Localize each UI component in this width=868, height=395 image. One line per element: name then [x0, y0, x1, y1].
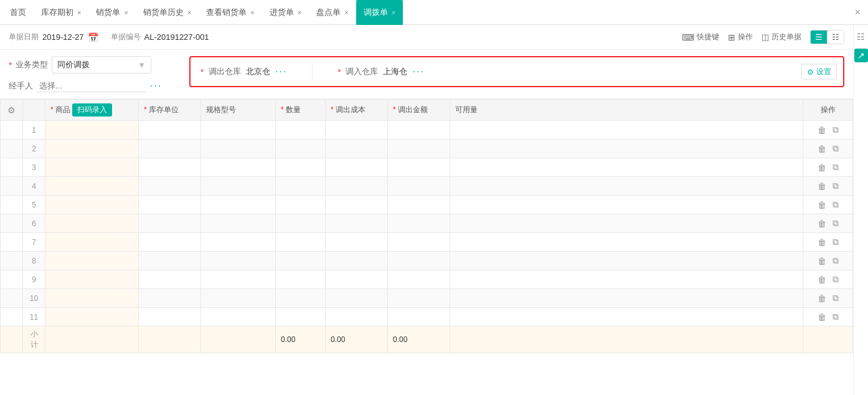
row-cost[interactable]: [326, 308, 388, 326]
row-amount[interactable]: [388, 289, 450, 308]
close-tab-sales-order[interactable]: ×: [124, 9, 128, 16]
row-cost[interactable]: [326, 196, 388, 214]
row-goods[interactable]: [45, 270, 139, 289]
row-amount[interactable]: [388, 214, 450, 233]
row-goods[interactable]: [45, 196, 139, 214]
row-unit[interactable]: [139, 158, 201, 177]
row-unit[interactable]: [139, 270, 201, 289]
close-tab-inventory-init[interactable]: ×: [77, 9, 81, 16]
tab-inventory-init[interactable]: 库存期初 ×: [34, 0, 88, 25]
row-spec[interactable]: [201, 140, 276, 158]
row-unit[interactable]: [139, 140, 201, 158]
tab-transfer[interactable]: 调拨单 ×: [356, 0, 403, 25]
row-cost[interactable]: [326, 158, 388, 177]
delete-row-btn[interactable]: 🗑: [816, 199, 828, 211]
row-amount[interactable]: [388, 121, 450, 140]
row-spec[interactable]: [201, 214, 276, 233]
row-unit[interactable]: [139, 177, 201, 196]
delete-row-btn[interactable]: 🗑: [816, 161, 828, 174]
delete-row-btn[interactable]: 🗑: [816, 274, 828, 286]
row-qty[interactable]: [276, 121, 326, 140]
tab-sales-order[interactable]: 销货单 ×: [88, 0, 135, 25]
row-amount[interactable]: [388, 270, 450, 289]
row-unit[interactable]: [139, 233, 201, 252]
sidebar-export-icon[interactable]: ↗: [854, 49, 868, 62]
tab-stocktake[interactable]: 盘点单 ×: [309, 0, 356, 25]
warehouse-settings-btn[interactable]: ⚙ 设置: [801, 64, 837, 80]
wh-out-more-btn[interactable]: ···: [275, 66, 287, 77]
row-spec[interactable]: [201, 177, 276, 196]
row-amount[interactable]: [388, 196, 450, 214]
business-type-select[interactable]: 同价调拨 ▼: [52, 56, 151, 74]
history-docs-btn[interactable]: ◫ 历史单据: [762, 32, 801, 42]
copy-row-btn[interactable]: ⧉: [831, 217, 840, 230]
row-qty[interactable]: [276, 308, 326, 326]
delete-row-btn[interactable]: 🗑: [816, 124, 828, 136]
row-goods[interactable]: [45, 308, 139, 326]
row-qty[interactable]: [276, 214, 326, 233]
layout-grid-btn[interactable]: ☷: [827, 31, 844, 44]
copy-row-btn[interactable]: ⧉: [831, 292, 840, 305]
copy-row-btn[interactable]: ⧉: [831, 198, 840, 211]
copy-row-btn[interactable]: ⧉: [831, 236, 840, 249]
row-cost[interactable]: [326, 121, 388, 140]
operations-btn[interactable]: ⊞ 操作: [728, 32, 753, 42]
row-amount[interactable]: [388, 177, 450, 196]
copy-row-btn[interactable]: ⧉: [831, 310, 840, 323]
delete-row-btn[interactable]: 🗑: [816, 236, 828, 249]
row-spec[interactable]: [201, 233, 276, 252]
close-tab-stocktake[interactable]: ×: [344, 9, 348, 16]
handler-input[interactable]: [37, 80, 146, 92]
row-qty[interactable]: [276, 233, 326, 252]
row-spec[interactable]: [201, 270, 276, 289]
row-cost[interactable]: [326, 289, 388, 308]
row-qty[interactable]: [276, 289, 326, 308]
handler-more-btn[interactable]: ···: [150, 80, 162, 92]
row-unit[interactable]: [139, 308, 201, 326]
sidebar-doc-icon[interactable]: ☷: [854, 30, 868, 44]
row-spec[interactable]: [201, 308, 276, 326]
row-cost[interactable]: [326, 252, 388, 270]
row-cost[interactable]: [326, 214, 388, 233]
row-cost[interactable]: [326, 140, 388, 158]
row-qty[interactable]: [276, 158, 326, 177]
row-spec[interactable]: [201, 158, 276, 177]
copy-row-btn[interactable]: ⧉: [831, 161, 840, 174]
delete-row-btn[interactable]: 🗑: [816, 180, 828, 193]
tab-sales-history[interactable]: 销货单历史 ×: [136, 0, 199, 25]
delete-row-btn[interactable]: 🗑: [816, 143, 828, 155]
row-qty[interactable]: [276, 140, 326, 158]
row-spec[interactable]: [201, 196, 276, 214]
tab-view-sales[interactable]: 查看销货单 ×: [199, 0, 262, 25]
layout-list-btn[interactable]: ☰: [811, 31, 827, 44]
row-goods[interactable]: [45, 252, 139, 270]
tab-home[interactable]: 首页: [2, 0, 34, 25]
row-spec[interactable]: [201, 252, 276, 270]
row-unit[interactable]: [139, 252, 201, 270]
delete-row-btn[interactable]: 🗑: [816, 217, 828, 230]
copy-row-btn[interactable]: ⧉: [831, 179, 840, 193]
table-settings-icon[interactable]: ⚙: [7, 105, 16, 115]
row-amount[interactable]: [388, 252, 450, 270]
row-goods[interactable]: [45, 289, 139, 308]
quick-keys-btn[interactable]: ⌨ 快捷键: [682, 32, 719, 42]
row-spec[interactable]: [201, 289, 276, 308]
row-cost[interactable]: [326, 270, 388, 289]
close-tab-sales-history[interactable]: ×: [187, 9, 191, 16]
row-spec[interactable]: [201, 121, 276, 140]
row-cost[interactable]: [326, 177, 388, 196]
scan-barcode-btn[interactable]: 扫码录入: [72, 103, 112, 117]
calendar-icon[interactable]: 📅: [88, 32, 98, 42]
row-amount[interactable]: [388, 233, 450, 252]
close-tab-transfer[interactable]: ×: [392, 9, 395, 16]
row-qty[interactable]: [276, 252, 326, 270]
row-qty[interactable]: [276, 196, 326, 214]
row-goods[interactable]: [45, 177, 139, 196]
row-qty[interactable]: [276, 177, 326, 196]
row-cost[interactable]: [326, 233, 388, 252]
row-unit[interactable]: [139, 214, 201, 233]
row-goods[interactable]: [45, 214, 139, 233]
row-unit[interactable]: [139, 289, 201, 308]
row-goods[interactable]: [45, 140, 139, 158]
delete-row-btn[interactable]: 🗑: [816, 311, 828, 323]
